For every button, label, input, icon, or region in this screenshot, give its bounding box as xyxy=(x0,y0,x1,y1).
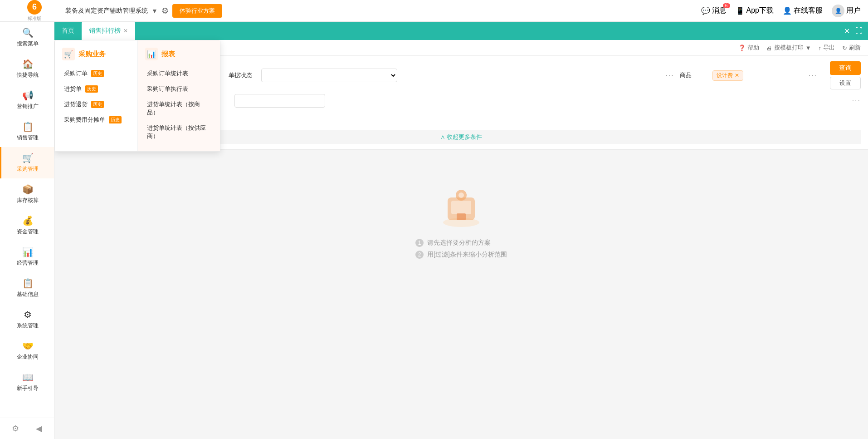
sidebar-item-guide[interactable]: 📖 新手引导 xyxy=(0,366,54,398)
refresh-label: 刷新 xyxy=(849,44,861,52)
salesperson-field xyxy=(234,94,846,108)
user-avatar-item[interactable]: 👤 用户 xyxy=(832,5,861,17)
goods-tag-remove[interactable]: ✕ xyxy=(735,72,739,79)
content-area: 首页 销售排行榜 ✕ ✕ ⛶ ❓ 帮助 🖨 按模板打印 xyxy=(54,22,868,439)
sidebar-label-guide: 新手引导 xyxy=(17,385,39,392)
svg-rect-2 xyxy=(451,201,471,214)
empty-tip-1: 1 请先选择要分析的方案 xyxy=(415,239,507,247)
document-status-select[interactable] xyxy=(261,69,397,82)
message-badge: 6 xyxy=(723,3,730,8)
tab-bar: 首页 销售排行榜 ✕ ✕ ⛶ xyxy=(54,22,868,40)
sidebar-item-enterprise[interactable]: 🤝 企业协同 xyxy=(0,335,54,366)
collapse-sidebar-icon[interactable]: ◀ xyxy=(36,424,42,434)
app-download-item[interactable]: 📱 App下载 xyxy=(736,6,774,15)
query-btn[interactable]: 查询 xyxy=(830,61,861,75)
sidebar-label-marketing: 营销推广 xyxy=(17,103,39,110)
sidebar-item-purchase[interactable]: 🛒 采购管理 xyxy=(0,147,54,178)
menu-item-incoming[interactable]: 进货单 历史 xyxy=(62,81,130,97)
dropdown-report-col: 📊 报表 采购订单统计表 采购订单执行表 进货单统计表（按商品） 进货单统计表（… xyxy=(137,40,220,151)
history-badge-cost: 历史 xyxy=(109,116,122,123)
document-status-field xyxy=(261,69,660,82)
marketing-icon: 📢 xyxy=(22,90,34,101)
help-btn[interactable]: ❓ 帮助 xyxy=(738,44,759,52)
menu-item-incoming-stats-supplier[interactable]: 进货单统计表（按供应商） xyxy=(145,120,213,144)
goods-dots[interactable]: ··· xyxy=(809,71,817,79)
sidebar-item-system[interactable]: ⚙ 系统管理 xyxy=(0,304,54,335)
sidebar-bottom: ⚙ ◀ xyxy=(0,418,54,439)
settings-btn[interactable]: 设置 xyxy=(830,77,861,89)
sidebar-label-finance: 资金管理 xyxy=(17,228,39,236)
tab-bar-close-icon[interactable]: ✕ xyxy=(844,27,850,35)
logo-area: 6 标准版 xyxy=(7,0,62,22)
menu-label-incoming-stats-goods: 进货单统计表（按商品） xyxy=(147,100,211,117)
menu-label-cost-allocation: 采购费用分摊单 xyxy=(64,116,105,124)
sidebar-label-enterprise: 企业协同 xyxy=(17,353,39,361)
sidebar-item-operations[interactable]: 📊 经营管理 xyxy=(0,241,54,272)
basic-info-icon: 📋 xyxy=(22,278,34,289)
export-btn[interactable]: ↑ 导出 xyxy=(819,44,835,52)
sidebar: 🔍 搜索菜单 🏠 快捷导航 📢 营销推广 📋 销售管理 🛒 采购管理 📦 库存核… xyxy=(0,22,54,439)
message-icon-item[interactable]: 💬 消息 6 xyxy=(701,6,727,15)
system-icon: ⚙ xyxy=(24,309,32,320)
top-header: 6 标准版 装备及固定资产辅助管理系统 ▼ ⚙ 体验行业方案 💬 消息 6 📱 … xyxy=(0,0,868,22)
sidebar-item-marketing[interactable]: 📢 营销推广 xyxy=(0,84,54,116)
menu-label-purchase-order-exec: 采购订单执行表 xyxy=(147,85,188,93)
system-title: 装备及固定资产辅助管理系统 ▼ ⚙ 体验行业方案 xyxy=(62,4,701,18)
sidebar-label-search: 搜索菜单 xyxy=(17,40,39,48)
menu-label-purchase-order-stats: 采购订单统计表 xyxy=(147,69,188,78)
tab-home[interactable]: 首页 xyxy=(54,22,82,40)
settings-bottom-icon[interactable]: ⚙ xyxy=(12,424,19,434)
sidebar-item-inventory[interactable]: 📦 库存核算 xyxy=(0,178,54,210)
goods-tag: 设计费 ✕ xyxy=(712,70,743,81)
tab-close-icon[interactable]: ✕ xyxy=(123,28,128,34)
menu-item-purchase-order-stats[interactable]: 采购订单统计表 xyxy=(145,66,213,81)
empty-tip-2: 2 用[过滤]条件来缩小分析范围 xyxy=(415,251,507,259)
menu-item-purchase-order[interactable]: 采购订单 历史 xyxy=(62,66,130,81)
document-status-label: 单据状态 xyxy=(229,71,256,79)
sidebar-item-finance[interactable]: 💰 资金管理 xyxy=(0,210,54,241)
menu-item-purchase-order-exec[interactable]: 采购订单执行表 xyxy=(145,81,213,97)
print-btn[interactable]: 🖨 按模板打印 ▼ xyxy=(766,44,811,52)
print-label: 按模板打印 xyxy=(774,44,804,52)
chevron-down-icon[interactable]: ▼ xyxy=(151,7,158,15)
empty-tips: 1 请先选择要分析的方案 2 用[过滤]条件来缩小分析范围 xyxy=(415,239,507,259)
goods-label: 商品 xyxy=(680,71,707,79)
tip-text-2: 用[过滤]条件来缩小分析范围 xyxy=(427,251,507,259)
tip-num-1: 1 xyxy=(415,239,424,247)
tab-bar-expand-icon[interactable]: ⛶ xyxy=(855,27,863,35)
online-service-item[interactable]: 👤 在线客服 xyxy=(783,6,823,15)
menu-item-cost-allocation[interactable]: 采购费用分摊单 历史 xyxy=(62,112,130,128)
report-menu-icon: 📊 xyxy=(145,48,158,60)
sidebar-item-search[interactable]: 🔍 搜索菜单 xyxy=(0,22,54,53)
salesperson-input[interactable] xyxy=(234,94,325,108)
report-col-title: 报表 xyxy=(161,50,175,59)
collapse-up-icon: ∧ xyxy=(440,133,445,140)
sidebar-item-sales[interactable]: 📋 销售管理 xyxy=(0,116,54,147)
logo-icon: 6 xyxy=(27,0,42,15)
tip-text-1: 请先选择要分析的方案 xyxy=(427,239,491,247)
finance-icon: 💰 xyxy=(22,215,34,226)
collapse-label: 收起更多条件 xyxy=(447,133,482,140)
avatar-icon: 👤 xyxy=(835,8,842,14)
menu-label-incoming-stats-supplier: 进货单统计表（按供应商） xyxy=(147,124,211,140)
menu-item-return[interactable]: 进货退货 历史 xyxy=(62,97,130,112)
tip-num-2: 2 xyxy=(415,251,424,259)
tab-sales-ranking[interactable]: 销售排行榜 ✕ xyxy=(82,22,135,40)
logo-text: 标准版 xyxy=(28,15,41,22)
menu-label-return: 进货退货 xyxy=(64,100,88,109)
sidebar-label-basic-info: 基础信息 xyxy=(17,291,39,298)
export-label: 导出 xyxy=(823,44,835,52)
dropdown-menu: 🛒 采购业务 采购订单 历史 进货单 历史 进货退货 历史 采购费用分摊单 xyxy=(54,40,220,152)
sidebar-item-basic-info[interactable]: 📋 基础信息 xyxy=(0,272,54,304)
dropdown-report-header: 📊 报表 xyxy=(145,48,213,60)
gear-icon[interactable]: ⚙ xyxy=(161,6,169,16)
menu-item-incoming-stats-goods[interactable]: 进货单统计表（按商品） xyxy=(145,97,213,120)
sidebar-label-system: 系统管理 xyxy=(17,322,39,330)
operations-icon: 📊 xyxy=(22,247,34,257)
empty-illustration xyxy=(434,186,488,232)
sidebar-item-quick-nav[interactable]: 🏠 快捷导航 xyxy=(0,53,54,84)
refresh-btn[interactable]: ↻ 刷新 xyxy=(842,44,861,52)
salesperson-dots[interactable]: ··· xyxy=(852,97,861,105)
document-status-dots[interactable]: ··· xyxy=(665,71,674,79)
industry-btn[interactable]: 体验行业方案 xyxy=(172,4,222,18)
